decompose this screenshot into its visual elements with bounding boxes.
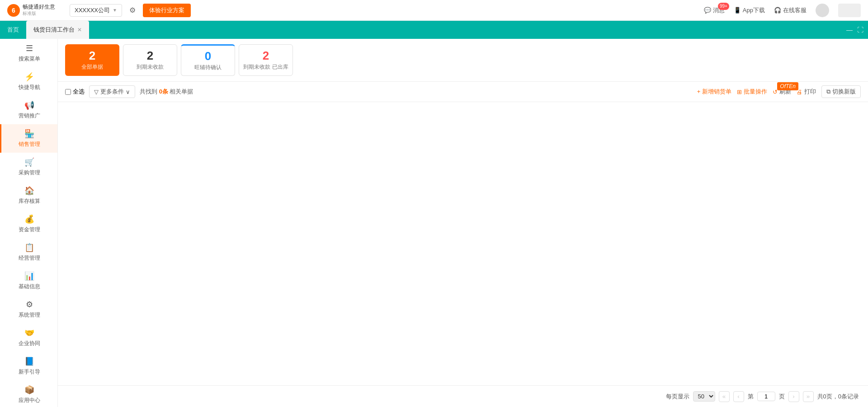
print-button[interactable]: 🖨 打印 — [797, 88, 816, 96]
per-page-select[interactable]: 50 — [693, 391, 715, 402]
next-page-button[interactable]: › — [788, 391, 799, 402]
sidebar-item-guide[interactable]: 📘 新手引导 — [0, 352, 57, 380]
stat-number-wangfu: 0 — [205, 50, 211, 62]
stats-row: 2 全部单据 2 到期未收款 0 旺辅待确认 2 到期未收款 已出库 — [58, 39, 868, 82]
filter-button[interactable]: ▽ 更多条件 ∨ — [89, 85, 135, 98]
sidebar-item-system[interactable]: ⚙ 系统管理 — [0, 295, 57, 323]
experience-button[interactable]: 体验行业方案 — [143, 4, 191, 17]
store-icon: 🏪 — [24, 129, 34, 139]
clipboard-icon: 📋 — [24, 243, 34, 253]
headset-icon: 🎧 — [774, 7, 781, 14]
tab-home[interactable]: 首页 — [0, 21, 26, 39]
per-page-label: 每页显示 — [666, 393, 689, 401]
select-all-input[interactable] — [65, 89, 71, 95]
tab-bar: 首页 钱货日清工作台 ✕ — ⛶ — [0, 21, 868, 39]
prev-page-button[interactable]: ‹ — [733, 391, 744, 402]
avatar[interactable] — [816, 4, 829, 17]
batch-operation-button[interactable]: ⊞ 批量操作 — [737, 88, 767, 96]
settings-icon: ⚙ — [26, 299, 33, 309]
stat-number-overdue: 2 — [147, 50, 153, 61]
book-icon: 📘 — [24, 356, 34, 366]
result-count: 0条 — [159, 88, 168, 95]
sidebar-item-marketing[interactable]: 📢 营销推广 — [0, 96, 57, 124]
select-all-checkbox[interactable]: 全选 — [65, 88, 85, 96]
app-download-button[interactable]: 📱 App下载 — [734, 6, 765, 14]
logo-area: 6 畅捷通好生意 标准版 — [7, 4, 65, 17]
last-page-button[interactable]: » — [803, 391, 814, 402]
search-menu-icon: ☰ — [26, 43, 33, 53]
stat-label-shipped: 到期未收款 已出库 — [243, 63, 288, 71]
sidebar-item-sales[interactable]: 🏪 销售管理 — [0, 124, 57, 153]
sidebar-item-enterprise[interactable]: 🤝 企业协同 — [0, 323, 57, 352]
result-text: 共找到 0条 相关单据 — [140, 88, 193, 96]
message-badge: 99+ — [718, 3, 729, 10]
handshake-icon: 🤝 — [24, 328, 34, 338]
batch-icon: ⊞ — [737, 89, 742, 95]
switch-new-version-button[interactable]: ⧉ 切换新版 — [821, 85, 861, 98]
settings-button[interactable]: ⚙ — [126, 4, 139, 17]
stat-label-overdue: 到期未收款 — [137, 63, 164, 71]
logo-icon: 6 — [7, 4, 20, 17]
chevron-down-icon: ▼ — [113, 8, 117, 13]
company-selector[interactable]: XXXXXX公司 ▼ — [70, 4, 122, 17]
sidebar: ☰ 搜索菜单 ⚡ 快捷导航 📢 营销推广 🏪 销售管理 🛒 采购管理 🏠 库存核… — [0, 39, 58, 407]
message-icon: 💬 — [704, 7, 711, 14]
often-badge: OfTEn — [777, 82, 798, 90]
online-service-button[interactable]: 🎧 在线客服 — [774, 6, 807, 14]
sidebar-item-search[interactable]: ☰ 搜索菜单 — [0, 39, 57, 67]
logo-text: 畅捷通好生意 标准版 — [23, 4, 55, 17]
page-input[interactable] — [757, 392, 775, 401]
gear-icon: ⚙ — [129, 6, 136, 14]
add-sale-order-button[interactable]: + 新增销货单 — [697, 88, 731, 96]
switch-icon: ⧉ — [826, 88, 830, 95]
tab-bar-actions: — ⛶ — [846, 26, 868, 33]
minimize-icon[interactable]: — — [846, 26, 853, 33]
first-page-button[interactable]: « — [719, 391, 730, 402]
phone-icon: 📱 — [734, 7, 741, 14]
page-suffix: 页 — [779, 393, 785, 401]
user-name — [838, 4, 861, 17]
main-layout: ☰ 搜索菜单 ⚡ 快捷导航 📢 营销推广 🏪 销售管理 🛒 采购管理 🏠 库存核… — [0, 39, 868, 407]
sidebar-item-quicknav[interactable]: ⚡ 快捷导航 — [0, 67, 57, 96]
chevron-icon: ∨ — [126, 89, 130, 95]
box-icon: 📦 — [24, 385, 34, 395]
lightning-icon: ⚡ — [24, 72, 34, 82]
stat-card-wangfu[interactable]: 0 旺辅待确认 — [181, 44, 235, 76]
sidebar-item-purchase[interactable]: 🛒 采购管理 — [0, 153, 57, 181]
stat-number-all: 2 — [89, 50, 95, 61]
total-count: 共0页，0条记录 — [817, 393, 859, 401]
house-icon: 🏠 — [24, 186, 34, 196]
chart-icon: 📊 — [24, 271, 34, 281]
stat-label-wangfu: 旺辅待确认 — [194, 64, 222, 71]
cart-icon: 🛒 — [24, 157, 34, 167]
stat-card-all[interactable]: 2 全部单据 — [65, 44, 119, 76]
sidebar-item-basic-info[interactable]: 📊 基础信息 — [0, 267, 57, 295]
top-header: 6 畅捷通好生意 标准版 XXXXXX公司 ▼ ⚙ 体验行业方案 💬 消息 99… — [0, 0, 868, 21]
stat-label-all: 全部单据 — [81, 63, 103, 71]
stat-number-shipped: 2 — [263, 50, 269, 61]
tab-workbench[interactable]: 钱货日清工作台 ✕ — [26, 21, 89, 39]
stat-card-shipped[interactable]: 2 到期未收款 已出库 — [239, 44, 293, 76]
expand-icon[interactable]: ⛶ — [857, 26, 863, 33]
header-right: 💬 消息 99+ 📱 App下载 🎧 在线客服 — [704, 4, 861, 17]
table-area — [58, 102, 868, 385]
message-button[interactable]: 💬 消息 99+ — [704, 6, 725, 14]
sidebar-item-operations[interactable]: 📋 经营管理 — [0, 238, 57, 267]
filter-icon: ▽ — [94, 89, 99, 95]
stat-card-overdue[interactable]: 2 到期未收款 — [123, 44, 177, 76]
toolbar: 全选 ▽ 更多条件 ∨ 共找到 0条 相关单据 + 新增销货单 ⊞ 批量操作 — [58, 82, 868, 102]
close-tab-icon[interactable]: ✕ — [77, 27, 82, 33]
pagination: 每页显示 50 « ‹ 第 页 › » 共0页，0条记录 — [58, 385, 868, 407]
sidebar-item-app-center[interactable]: 📦 应用中心 — [0, 380, 57, 407]
money-icon: 💰 — [24, 214, 34, 224]
sidebar-item-finance[interactable]: 💰 资金管理 — [0, 210, 57, 238]
content-area: 2 全部单据 2 到期未收款 0 旺辅待确认 2 到期未收款 已出库 全选 — [58, 39, 868, 407]
sidebar-item-inventory[interactable]: 🏠 库存核算 — [0, 181, 57, 210]
megaphone-icon: 📢 — [24, 100, 34, 110]
page-label: 第 — [748, 393, 754, 401]
